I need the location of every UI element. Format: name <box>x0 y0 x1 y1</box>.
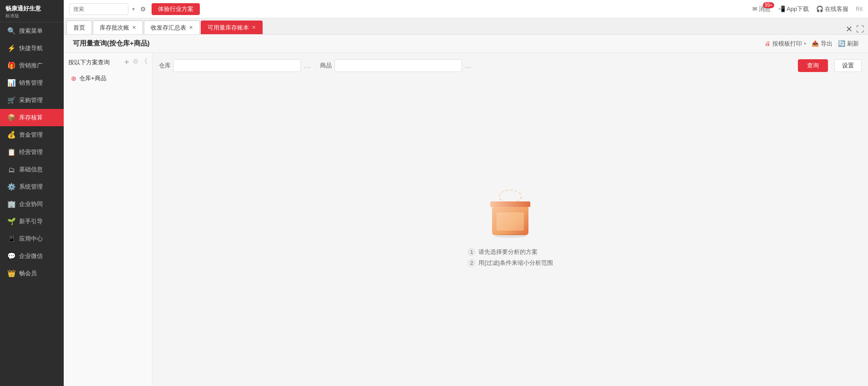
sidebar-item-marketing[interactable]: 🎁 营销推广 <box>0 57 64 74</box>
message-badge: 99+ <box>763 2 774 8</box>
page-title: 可用量查询(按仓库+商品) <box>73 39 150 48</box>
topbar-right: ✉ 消息 99+ 📲 App下载 🎧 在线客服 Rit <box>752 5 863 13</box>
scheme-item-warehouse[interactable]: ⊛ 仓库+商品 <box>64 71 152 86</box>
message-button[interactable]: ✉ 消息 99+ <box>752 5 771 13</box>
sidebar-item-label: 系统管理 <box>19 183 43 191</box>
sidebar-item-label: 企业微信 <box>19 252 43 260</box>
add-scheme-button[interactable]: ＋ <box>123 57 130 67</box>
hint-num-1: 1 <box>467 248 476 256</box>
sidebar-item-inventory[interactable]: 📦 库存核算 <box>0 109 64 126</box>
sidebar-item-quick[interactable]: ⚡ 快捷导航 <box>0 40 64 57</box>
search-icon: 🔍 <box>7 27 15 35</box>
export-button[interactable]: 📤 导出 <box>812 40 832 48</box>
product-filter: 商品 … <box>320 59 472 72</box>
collapse-button[interactable]: 《 <box>141 57 147 67</box>
print-chevron: ▾ <box>804 41 806 46</box>
sidebar-item-newbie[interactable]: 🌱 新手引导 <box>0 213 64 230</box>
filter-row: 仓库 … 商品 … 查询 设置 <box>159 59 862 72</box>
app-version: 标准版 <box>5 13 58 19</box>
topbar: ▾ ⚙ 体验行业方案 ✉ 消息 99+ 📲 App下载 🎧 在线客服 Rit <box>64 0 868 18</box>
sidebar-item-label: 采购管理 <box>19 96 43 104</box>
app-name: 畅康通好生意 <box>5 5 58 13</box>
sidebar-item-member[interactable]: 👑 畅会员 <box>0 265 64 282</box>
box-inner <box>497 212 524 231</box>
sidebar-item-enterprise[interactable]: 🏢 企业协同 <box>0 196 64 213</box>
tab-home-label: 首页 <box>73 24 85 32</box>
print-label: 按模板打印 <box>772 40 802 48</box>
mobile-icon: 📱 <box>7 235 15 243</box>
tab-home[interactable]: 首页 <box>66 21 92 34</box>
online-support-button[interactable]: 🎧 在线客服 <box>816 5 848 13</box>
sidebar-item-sales[interactable]: 📊 销售管理 <box>0 74 64 92</box>
folder-icon: 🗂 <box>7 166 15 174</box>
hint-text-1: 请先选择要分析的方案 <box>478 248 538 256</box>
setting-button[interactable]: 设置 <box>834 59 862 72</box>
cart-icon: 🛒 <box>7 96 15 104</box>
tab-batch-close[interactable]: ✕ <box>132 25 136 31</box>
sidebar-item-appstore[interactable]: 📱 应用中心 <box>0 230 64 247</box>
hint-text-2: 用[过滤]条件来缩小分析范围 <box>478 259 553 267</box>
sidebar-item-operation[interactable]: 📋 经营管理 <box>0 144 64 161</box>
left-panel-title: 按以下方案查询 <box>68 58 110 67</box>
sidebar-item-purchase[interactable]: 🛒 采购管理 <box>0 92 64 109</box>
sidebar-item-label: 库存核算 <box>19 113 43 122</box>
content-area: 按以下方案查询 ＋ ⊙ 《 ⊛ 仓库+商品 仓库 … <box>64 53 868 386</box>
product-input[interactable] <box>335 59 462 72</box>
refresh-button[interactable]: 🔄 刷新 <box>838 40 859 48</box>
left-panel-header: 按以下方案查询 ＋ ⊙ 《 <box>64 57 152 71</box>
user-name: Rit <box>856 6 863 12</box>
left-panel: 按以下方案查询 ＋ ⊙ 《 ⊛ 仓库+商品 <box>64 53 152 386</box>
headset-icon: 🎧 <box>816 5 823 12</box>
tabs-right-actions: ✕ ⛶ <box>842 24 868 34</box>
sidebar-item-label: 资金管理 <box>19 131 43 139</box>
maximize-icon[interactable]: ⛶ <box>856 25 864 34</box>
tab-summary-close[interactable]: ✕ <box>189 25 193 31</box>
product-label: 商品 <box>320 62 332 70</box>
sidebar-item-search[interactable]: 🔍 搜索菜单 <box>0 22 64 40</box>
close-tab-icon[interactable]: ✕ <box>846 24 853 34</box>
clipboard-icon: 📋 <box>7 148 15 156</box>
trial-button[interactable]: 体验行业方案 <box>152 3 200 15</box>
tab-summary[interactable]: 收发存汇总表 ✕ <box>144 21 200 34</box>
tab-summary-label: 收发存汇总表 <box>151 24 186 32</box>
hint-num-2: 2 <box>467 259 476 267</box>
tab-available-close[interactable]: ✕ <box>252 25 256 31</box>
tab-available-label: 可用量库存账本 <box>208 24 249 32</box>
manage-scheme-button[interactable]: ⊙ <box>133 57 138 67</box>
sidebar-item-basic[interactable]: 🗂 基础信息 <box>0 161 64 178</box>
sidebar-item-label: 销售管理 <box>19 79 43 87</box>
search-input[interactable] <box>69 3 128 15</box>
chart-icon: 📊 <box>7 79 15 87</box>
tab-available[interactable]: 可用量库存账本 ✕ <box>201 21 263 34</box>
sidebar-item-wechat[interactable]: 💬 企业微信 <box>0 247 64 265</box>
sidebar-item-label: 搜索菜单 <box>19 27 43 35</box>
sidebar-item-finance[interactable]: 💰 资金管理 <box>0 126 64 144</box>
tab-batch[interactable]: 库存批次账 ✕ <box>93 21 143 34</box>
hint-item-1: 1 请先选择要分析的方案 <box>467 248 553 256</box>
refresh-label: 刷新 <box>847 40 859 48</box>
crown-icon: 👑 <box>7 269 15 278</box>
dropdown-icon[interactable]: ▾ <box>132 6 135 12</box>
query-button[interactable]: 查询 <box>798 59 828 72</box>
right-panel: 仓库 … 商品 … 查询 设置 <box>152 53 868 386</box>
warehouse-input[interactable] <box>173 59 301 72</box>
money-icon: 💰 <box>7 131 15 139</box>
scheme-item-label: 仓库+商品 <box>79 74 107 82</box>
product-more-icon[interactable]: … <box>465 62 472 70</box>
scheme-dot-icon: ⊛ <box>71 75 76 82</box>
sidebar-item-label: 新手引导 <box>19 217 43 226</box>
sidebar-item-label: 应用中心 <box>19 235 43 243</box>
empty-illustration <box>483 190 538 240</box>
settings-icon[interactable]: ⚙ <box>138 5 148 14</box>
export-label: 导出 <box>821 40 832 48</box>
empty-state: 1 请先选择要分析的方案 2 用[过滤]条件来缩小分析范围 <box>159 77 862 380</box>
app-download-button[interactable]: 📲 App下载 <box>778 5 809 13</box>
download-icon: 📲 <box>778 5 785 12</box>
sidebar-item-system[interactable]: ⚙️ 系统管理 <box>0 178 64 196</box>
print-button[interactable]: 🖨 按模板打印 ▾ <box>765 40 806 48</box>
sidebar-item-label: 基础信息 <box>19 165 43 174</box>
user-menu[interactable]: Rit <box>856 6 863 12</box>
box-icon: 📦 <box>7 113 15 122</box>
sidebar-scroll: 🔍 搜索菜单 ⚡ 快捷导航 🎁 营销推广 📊 销售管理 🛒 采购管理 📦 库存核… <box>0 22 64 386</box>
warehouse-more-icon[interactable]: … <box>304 62 311 70</box>
